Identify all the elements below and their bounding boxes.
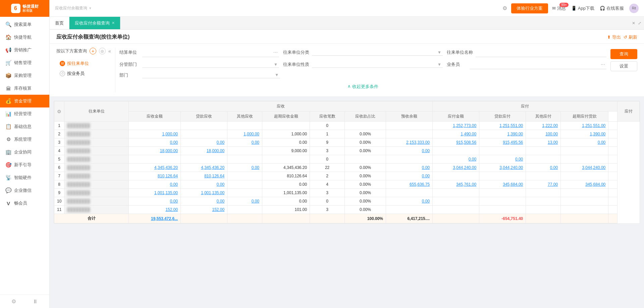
th-overdue-ap: 超期应付货款 [561,112,608,122]
row-prepay: 0.00 [386,197,433,206]
table-row: 3 ████████ 0.00 0.00 0.00 0.00 9 0.00% 2… [54,138,640,147]
scheme-item-partner[interactable]: 财 按往来单位 [56,58,111,69]
partner-category-select[interactable]: ▼ [312,49,443,56]
query-button[interactable]: 查询 [610,49,637,59]
tab-ar-ap[interactable]: 应收应付余额查询 ✕ [69,17,120,29]
main-area: 应收应付余额查询 ▼ ⚙ 体验行业方案 ✉ 消息 99+ 📱 App下载 🎧 在… [50,0,644,308]
sidebar-item-smarthw[interactable]: 📡 智能硬件 [0,171,49,184]
sidebar-item-wechat[interactable]: 💬 企业微信 [0,184,49,197]
salesman-input[interactable] [471,60,601,68]
sidebar-item-sales[interactable]: 🛒 销售管理 [0,56,49,69]
online-service-button[interactable]: 🎧 在线客服 [600,5,624,11]
scheme-salesman-icon: ⏱ [60,71,65,76]
partner-nature-select[interactable]: ▼ [312,61,443,68]
table-row: 4 ████████ 18,000.00 18,000.00 9,000.00 … [54,147,640,155]
set-button[interactable]: 设置 [610,61,637,71]
sidebar-item-label: 畅会员 [14,200,27,206]
refresh-icon: ↺ [624,35,627,40]
row-overdue-ap: 0.00 [561,138,608,147]
salesman-dots-icon[interactable]: ··· [601,61,605,68]
th-ar-amount: 应收金额 [129,112,181,122]
filter-group-section: 部门 ▼ [119,72,280,78]
table-settings-icon[interactable]: ⚙ [57,109,61,114]
row-ap-amount [433,147,479,155]
row-overdue-ar: 1,001,135.00 [262,189,310,197]
sidebar-item-label: 企业微信 [14,187,32,193]
row-partner: ████████ [64,130,129,138]
partner-name-input[interactable] [477,48,605,56]
filter-add-button[interactable]: + [90,48,96,54]
partner-category-chevron: ▼ [437,50,441,55]
row-other-ap: 0.00 [526,164,561,172]
row-other-ar [227,172,262,180]
sidebar-item-system[interactable]: ⚙ 系统管理 [0,133,49,146]
filter-group-salesman: 业务员 ··· [447,60,606,69]
sidebar-item-inventory[interactable]: 🏛 库存核算 [0,82,49,95]
tab-expand-icon[interactable]: ⤢ [638,21,641,26]
sidebar-item-label: 新手引导 [14,162,32,168]
scheme-partner-label: 按往来单位 [67,60,89,67]
row-overdue-ap: 3,044,240.00 [561,164,608,172]
section-select[interactable]: ▼ [142,72,280,78]
sidebar-item-finance[interactable]: 💰 资金管理 [0,95,49,107]
sidebar-item-operations[interactable]: 📊 经营管理 [0,107,49,120]
scheme-salesman-label: 按业务员 [67,71,85,77]
row-other-ap [526,147,561,155]
row-ap-amount: 1,490.00 [433,130,479,138]
operations-icon: 📊 [5,111,11,117]
tab-close-icon[interactable]: ✕ [112,21,115,25]
dept-select[interactable]: ▼ [142,61,279,68]
table-row: 5 ████████ 0 0.00 0.00 [54,155,640,164]
total-ar-amount: 19,553,472,6... [129,214,181,223]
sidebar-item-member[interactable]: V 畅会员 [0,197,49,210]
filter-fields: 结算单位 ··· 往来单位分类 [119,48,606,92]
sidebar-item-marketing[interactable]: 📢 营销推广 [0,44,49,56]
filter-more-button[interactable]: ∧ 收起更多条件 [119,81,606,92]
row-overdue-ar: 4,345,436.20 [262,164,310,172]
table-row: 11 ████████ 152.00 152.00 101.00 3 0.00% [54,206,640,214]
row-ar-amount: 1,001,135.00 [129,189,181,197]
total-loan-ap: -654,751.40 [479,214,526,223]
row-no: 1 [54,122,64,130]
row-loan-ar: 810,126.64 [181,172,227,180]
row-loan-ar: 1,001,135.00 [181,189,227,197]
settlement-dots-icon[interactable]: ··· [273,49,278,55]
th-prepay: 预收余额 [386,112,433,122]
sidebar-item-purchase[interactable]: 📦 采购管理 [0,69,49,82]
row-partner: ████████ [64,122,129,130]
filter-fields-wrap: 结算单位 ··· 往来单位分类 [119,48,637,92]
sidebar-item-search[interactable]: 🔍 搜索菜单 [0,18,49,31]
cta-button[interactable]: 体验行业方案 [511,3,548,13]
settlement-input[interactable] [144,48,273,56]
row-loan-ar: 0.00 [181,138,227,147]
filter-collapse-button[interactable]: « [108,48,111,54]
row-loan-ap [479,172,526,180]
sidebar-item-label: 智能硬件 [14,175,32,181]
total-ap-amount [433,214,479,223]
refresh-button[interactable]: ↺ 刷新 [624,34,637,40]
tab-home[interactable]: 首页 [50,17,69,29]
messages-button[interactable]: ✉ 消息 99+ [552,5,566,11]
sidebar-item-basicinfo[interactable]: 📋 基础信息 [0,120,49,133]
row-ap-amount [433,206,479,214]
total-other-ap [526,214,561,223]
row-partner: ████████ [64,147,129,155]
export-button[interactable]: ⬆ 导出 [607,34,621,40]
collapse-sidebar-icon[interactable]: ⏸ [33,299,38,305]
settings-bottom-icon[interactable]: ⚙ [11,298,16,305]
user-avatar[interactable]: Rit [629,4,639,13]
tab-close-all-icon[interactable]: ✕ [632,21,635,26]
row-ap-amount [433,197,479,206]
row-ar-ratio [345,122,386,130]
sidebar-item-guide[interactable]: 🎯 新手引导 [0,159,49,171]
sidebar-item-enterprise[interactable]: 🏢 企业协同 [0,146,49,159]
row-no: 4 [54,147,64,155]
app-download-button[interactable]: 📱 App下载 [571,5,594,11]
search-icon: 🔍 [5,21,11,28]
filter-target-button[interactable]: ◎ [99,48,106,54]
filter-group-settlement: 结算单位 ··· [119,48,279,57]
settings-icon[interactable]: ⚙ [502,5,507,11]
row-loan-ar: 0.00 [181,197,227,206]
scheme-item-salesman[interactable]: ⏱ 按业务员 [56,69,111,79]
sidebar-item-quicknav[interactable]: 🏠 快捷导航 [0,31,49,44]
